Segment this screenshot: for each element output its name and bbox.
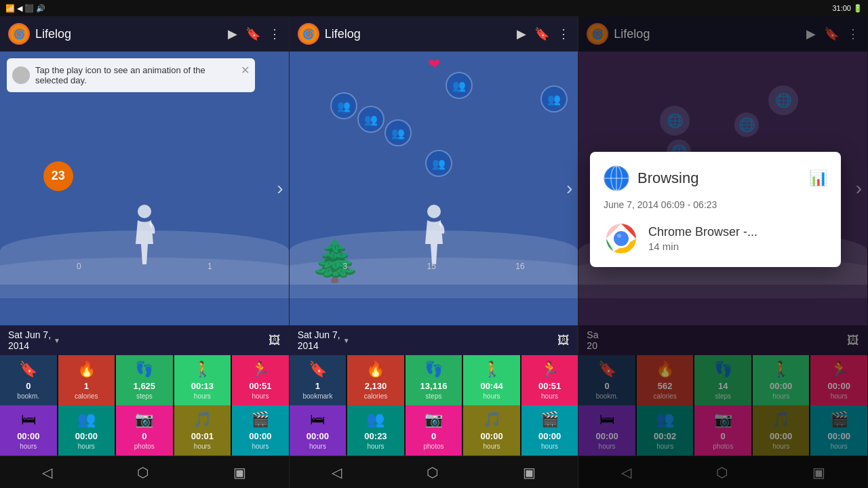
stat-label-sleep-1: hours: [20, 443, 37, 450]
browsing-title: Browsing: [637, 169, 809, 187]
home-btn-1[interactable]: ⬡: [137, 464, 149, 481]
back-btn-1[interactable]: ◁: [42, 464, 52, 481]
play-btn-2[interactable]: ▶: [517, 26, 526, 41]
home-btn-2[interactable]: ⬡: [427, 464, 438, 481]
stat-icon-bookm-3: 🔖: [598, 361, 616, 378]
browsing-chart-icon[interactable]: 📊: [809, 169, 827, 187]
bookmark-btn-3[interactable]: 🔖: [824, 26, 839, 41]
stat-video-3[interactable]: 🎬 00:00 hours: [810, 405, 867, 455]
stat-run-1[interactable]: 🏃 00:51 hours: [232, 355, 289, 405]
hero-1: Tap the play icon to see an animation of…: [0, 52, 289, 325]
stat-social-1[interactable]: 👥 00:00 hours: [58, 405, 115, 455]
day-labels-2: 3 15 16: [290, 262, 578, 271]
stat-bookm-3[interactable]: 🔖 0 bookm.: [578, 355, 635, 405]
day-label-3: 3: [342, 262, 347, 271]
stat-label-cal-2: calories: [364, 392, 387, 400]
stat-value-walk-1: 00:13: [191, 381, 214, 391]
top-bar-3: 🌀 Lifelog ▶ 🔖 ⋮: [578, 16, 867, 52]
stat-run-3[interactable]: 🏃 00:00 hours: [810, 355, 867, 405]
stat-value-photo-1: 0: [142, 431, 146, 441]
globe-icon-4: 🌐: [734, 113, 759, 137]
stat-value-social-1: 00:00: [75, 431, 98, 441]
stat-value-music-1: 00:01: [191, 431, 214, 441]
stat-music-1[interactable]: 🎵 00:01 hours: [174, 405, 231, 455]
stat-walk-1[interactable]: 🚶 00:13 hours: [174, 355, 231, 405]
recents-btn-3[interactable]: ▣: [812, 464, 825, 481]
stat-walk-3[interactable]: 🚶 00:00 hours: [753, 355, 810, 405]
menu-btn-3[interactable]: ⋮: [847, 26, 859, 41]
stat-cal-3[interactable]: 🔥 562 calories: [637, 355, 694, 405]
stat-photo-3[interactable]: 📷 0 photos: [694, 405, 751, 455]
stat-sleep-3[interactable]: 🛏 00:00 hours: [578, 405, 635, 455]
back-btn-2[interactable]: ◁: [332, 464, 342, 481]
stat-label-bookm-2: bookmark: [302, 392, 332, 400]
gallery-icon-1[interactable]: 🖼: [269, 333, 281, 348]
stat-music-3[interactable]: 🎵 00:00 hours: [753, 405, 810, 455]
arrow-next-3[interactable]: ›: [856, 178, 862, 199]
stat-value-video-1: 00:00: [249, 431, 271, 441]
home-btn-3[interactable]: ⬡: [716, 464, 728, 481]
stat-value-photo-2: 0: [431, 431, 436, 441]
stat-cal-2[interactable]: 🔥 2,130 calories: [347, 355, 404, 405]
stat-steps-2[interactable]: 👣 13,116 steps: [406, 355, 462, 405]
gallery-icon-2[interactable]: 🖼: [557, 333, 570, 348]
svg-point-8: [614, 231, 629, 246]
play-btn-1[interactable]: ▶: [228, 26, 237, 41]
stat-label-photo-1: photos: [134, 443, 155, 450]
recents-btn-1[interactable]: ▣: [233, 464, 246, 481]
back-btn-3[interactable]: ◁: [621, 464, 631, 481]
stat-label-run-2: hours: [541, 392, 558, 400]
stat-bookm-1[interactable]: 🔖 0 bookm.: [0, 355, 57, 405]
stat-steps-1[interactable]: 👣 1,625 steps: [116, 355, 173, 405]
stat-icon-sleep-3: 🛏: [599, 411, 614, 428]
stat-social-2[interactable]: 👥 00:23 hours: [347, 405, 404, 455]
stat-photo-1[interactable]: 📷 0 photos: [116, 405, 173, 455]
bookmark-btn-2[interactable]: 🔖: [534, 26, 549, 41]
globe-icon-2: 🌐: [768, 85, 798, 115]
stat-icon-walk-3: 🚶: [772, 361, 790, 378]
browsing-app-duration: 14 min: [648, 241, 757, 252]
browsing-popup: Browsing 📊 June 7, 2014 06:09 - 06:23: [590, 152, 841, 267]
stat-value-walk-3: 00:00: [770, 381, 792, 391]
stat-icon-social-2: 👥: [366, 411, 384, 428]
stat-social-3[interactable]: 👥 00:02 hours: [637, 405, 694, 455]
stat-sleep-2[interactable]: 🛏 00:00 hours: [290, 405, 347, 455]
stat-walk-2[interactable]: 🚶 00:44 hours: [463, 355, 520, 405]
bookmark-btn-1[interactable]: 🔖: [245, 26, 260, 41]
stat-cal-1[interactable]: 🔥 1 calories: [58, 355, 115, 405]
play-btn-3[interactable]: ▶: [806, 26, 816, 41]
svg-point-1: [427, 205, 441, 218]
browsing-app-row: Chrome Browser -... 14 min: [604, 221, 827, 256]
stat-value-video-3: 00:00: [828, 431, 850, 441]
badge-orange-1: 23: [43, 161, 73, 191]
gallery-icon-3[interactable]: 🖼: [847, 333, 859, 348]
stat-value-video-2: 00:00: [538, 431, 561, 441]
stat-music-2[interactable]: 🎵 00:00 hours: [463, 405, 520, 455]
stat-run-2[interactable]: 🏃 00:51 hours: [521, 355, 578, 405]
menu-btn-1[interactable]: ⋮: [269, 26, 281, 41]
svg-point-0: [138, 205, 151, 218]
stat-label-social-2: hours: [367, 443, 384, 450]
stat-value-bookm-1: 0: [26, 381, 31, 391]
stat-sleep-1[interactable]: 🛏 00:00 hours: [0, 405, 57, 455]
stat-steps-3[interactable]: 👣 14 steps: [694, 355, 751, 405]
stats-grid-1-row1: 🔖 0 bookm. 🔥 1 calories 👣 1,625 steps 🚶 …: [0, 355, 289, 405]
logo-icon-1: 🌀: [8, 23, 30, 45]
browsing-app-info: Chrome Browser -... 14 min: [648, 225, 757, 252]
menu-btn-2[interactable]: ⋮: [557, 26, 570, 41]
arrow-next-1[interactable]: ›: [277, 178, 283, 199]
stat-icon-photo-1: 📷: [135, 411, 153, 428]
arrow-next-2[interactable]: ›: [566, 178, 572, 199]
stat-video-1[interactable]: 🎬 00:00 hours: [232, 405, 289, 455]
social-icon-5: 👥: [357, 106, 384, 133]
stat-label-photo-3: photos: [713, 443, 733, 450]
date-bar-2: Sat Jun 7,2014 ▼ 🖼: [290, 325, 578, 355]
stat-photo-2[interactable]: 📷 0 photos: [406, 405, 462, 455]
status-right: 31:00 🔋: [832, 4, 863, 13]
stat-icon-cal-3: 🔥: [656, 361, 674, 378]
stat-label-social-1: hours: [78, 443, 95, 450]
tooltip-close-1[interactable]: ✕: [241, 64, 250, 77]
stat-video-2[interactable]: 🎬 00:00 hours: [521, 405, 578, 455]
stat-bookm-2[interactable]: 🔖 1 bookmark: [290, 355, 347, 405]
recents-btn-2[interactable]: ▣: [523, 464, 536, 481]
